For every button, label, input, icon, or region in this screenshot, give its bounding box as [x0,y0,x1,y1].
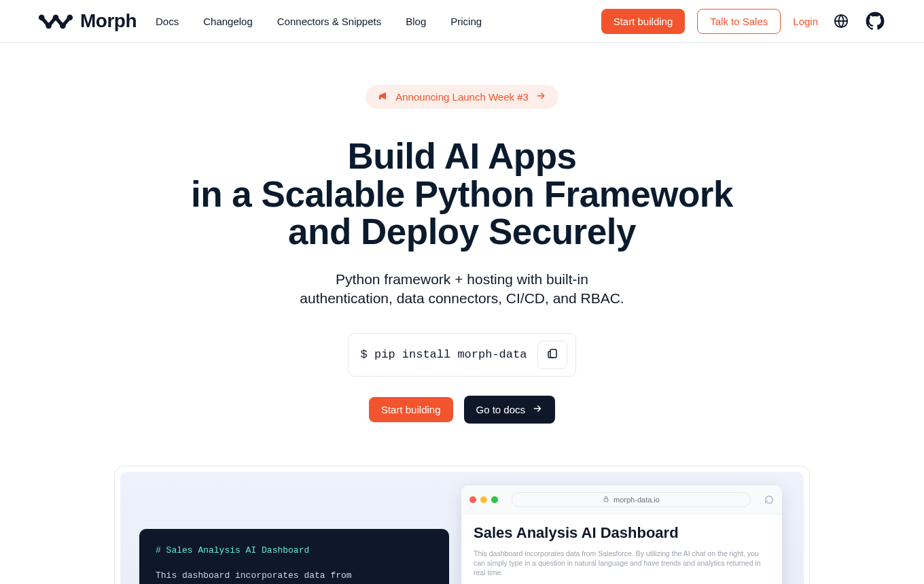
announcement-pill[interactable]: Announcing Launch Week #3 [366,85,558,109]
hero-subtitle: Python framework + hosting with built-in… [300,270,624,309]
arrow-right-icon [532,403,543,416]
nav-connectors[interactable]: Connectors & Snippets [277,16,381,27]
hero: Announcing Launch Week #3 Build AI Apps … [0,43,924,584]
browser-url-bar: morph-data.io [512,492,751,507]
login-link[interactable]: Login [793,16,818,27]
install-command-text: $ pip install morph-data [361,348,527,361]
main-nav: Docs Changelog Connectors & Snippets Blo… [156,16,482,27]
demo-inner: # Sales Analysis AI Dashboard This dashb… [120,472,804,584]
hero-title: Build AI Apps in a Scalable Python Frame… [191,137,733,251]
code-body: This dashboard incorporates data from Sa… [156,569,433,584]
go-to-docs-button[interactable]: Go to docs [464,396,556,424]
megaphone-icon [378,90,389,103]
nav-changelog[interactable]: Changelog [203,16,253,27]
refresh-icon [764,495,774,504]
code-line: This dashboard incorporates data from [156,569,433,583]
browser-url-text: morph-data.io [614,496,660,504]
dashboard-title: Sales Analysis AI Dashboard [474,524,770,542]
logo-mark-icon [38,12,73,31]
install-command-box: $ pip install morph-data [348,333,577,377]
announcement-text: Announcing Launch Week #3 [395,91,529,103]
svg-rect-6 [550,349,556,358]
header-left: Morph Docs Changelog Connectors & Snippe… [38,10,482,32]
hero-start-building-button[interactable]: Start building [369,397,453,422]
nav-pricing[interactable]: Pricing [450,16,482,27]
header-start-building-button[interactable]: Start building [601,9,686,34]
hero-sub-line2: authentication, data connectors, CI/CD, … [300,290,624,306]
nav-blog[interactable]: Blog [406,16,426,27]
language-globe-icon[interactable] [830,10,852,32]
nav-docs[interactable]: Docs [156,16,179,27]
window-close-icon [469,496,476,503]
logo-text: Morph [80,10,137,32]
clipboard-icon [546,347,558,362]
copy-install-button[interactable] [537,341,567,369]
site-header: Morph Docs Changelog Connectors & Snippe… [0,0,924,43]
hero-title-line1: Build AI Apps [348,136,577,176]
code-editor-panel: # Sales Analysis AI Dashboard This dashb… [139,529,449,584]
lock-icon [603,496,609,504]
window-controls [469,496,498,503]
arrow-right-icon [535,90,546,103]
browser-body: Sales Analysis AI Dashboard This dashboa… [461,515,782,584]
code-title: # Sales Analysis AI Dashboard [156,544,433,557]
window-maximize-icon [491,496,498,503]
hero-title-line2: in a Scalable Python Framework [191,174,733,214]
window-minimize-icon [480,496,487,503]
github-icon[interactable] [864,10,886,32]
logo[interactable]: Morph [38,10,137,32]
svg-rect-7 [604,498,608,501]
header-right: Start building Talk to Sales Login [601,9,886,34]
browser-chrome: morph-data.io [461,485,782,515]
browser-panel: morph-data.io Sales Analysis AI Dashboar… [461,485,782,584]
dashboard-description: This dashboard incorporates data from Sa… [474,549,770,578]
hero-title-line3: and Deploy Securely [288,211,636,252]
hero-sub-line1: Python framework + hosting with built-in [336,271,588,287]
talk-to-sales-button[interactable]: Talk to Sales [697,9,781,34]
go-to-docs-label: Go to docs [476,404,526,415]
demo-card: # Sales Analysis AI Dashboard This dashb… [114,466,810,584]
cta-row: Start building Go to docs [369,396,555,424]
